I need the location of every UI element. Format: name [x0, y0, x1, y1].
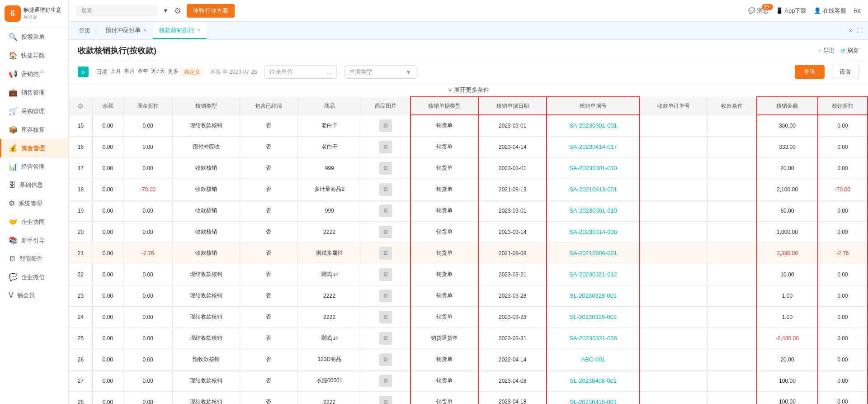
- expand-more-bar[interactable]: ∨ 展开更多条件: [69, 84, 868, 96]
- col-goods: 商品: [298, 97, 361, 115]
- sidebar-item-智能硬件[interactable]: 🖥智能硬件: [0, 250, 68, 268]
- tab-maximize[interactable]: ⛶: [857, 27, 863, 34]
- app-download-btn[interactable]: 📱 App下载: [776, 7, 807, 15]
- cell-doc-no[interactable]: SA-20210808-001: [547, 242, 640, 264]
- cell-balance: 0.00: [92, 242, 123, 264]
- message-btn[interactable]: 💬 消息 99+: [748, 7, 769, 15]
- col-condition: 收款条件: [708, 97, 757, 115]
- date-more[interactable]: 更多: [168, 67, 179, 77]
- col-amount: 核销金额: [757, 97, 817, 115]
- cell-doc-no[interactable]: SL-20230408-001: [547, 370, 640, 391]
- sidebar-item-快捷导航[interactable]: 🏠快捷导航: [0, 46, 68, 65]
- party-dots[interactable]: ...: [327, 69, 332, 76]
- cell-doc-no[interactable]: SL-20230418-001: [547, 391, 640, 404]
- cell-balance: 0.00: [92, 136, 123, 157]
- filter-expand-btn[interactable]: »: [78, 67, 89, 77]
- online-service-btn[interactable]: 👤 在线客服: [814, 7, 846, 15]
- table-row: 22 0.00 0.00 现结收款核销 否 测试jun 🖼 销货单 2023-0…: [69, 264, 868, 285]
- sidebar-item-采购管理[interactable]: 🛒采购管理: [0, 102, 68, 120]
- cell-amount: 60.00: [757, 200, 817, 221]
- sidebar-item-畅会员[interactable]: V畅会员: [0, 286, 68, 304]
- nav-label: 经营管理: [21, 163, 45, 171]
- sidebar-item-企业协同[interactable]: 🤝企业协同: [0, 213, 68, 231]
- sidebar-item-营销推广[interactable]: 📢营销推广: [0, 65, 68, 83]
- cell-doc-no[interactable]: SA-20230331-026: [547, 328, 640, 349]
- tab-prepay[interactable]: 预付冲应付单 ×: [99, 23, 153, 39]
- header-search[interactable]: 搜索: [76, 5, 157, 16]
- cell-doc-no[interactable]: SA-20230301-010: [547, 200, 640, 221]
- cell-doc-no[interactable]: SA-20230321-012: [547, 264, 640, 285]
- sidebar-item-搜索菜单[interactable]: 🔍搜索菜单: [0, 28, 68, 46]
- date-filter-group: 日期 上月 本月 本年 近7天 更多 自定义: [96, 67, 203, 77]
- cell-order-no: [640, 391, 708, 404]
- date-this-month[interactable]: 本月: [124, 67, 135, 77]
- nav-icon: 📢: [9, 70, 18, 78]
- cell-balance: 0.00: [92, 285, 123, 306]
- cell-no: 16: [69, 136, 93, 157]
- date-this-year[interactable]: 本年: [137, 67, 148, 77]
- cell-cash-discount: 0.00: [123, 285, 173, 306]
- date-7days[interactable]: 近7天: [151, 67, 165, 77]
- doc-type-field[interactable]: 单据类型 ▼: [344, 65, 416, 79]
- export-btn[interactable]: ↑ 导出: [819, 47, 835, 55]
- tab-verify[interactable]: 收款核销执行 ×: [153, 23, 207, 39]
- cell-goods-img: 🖼: [361, 179, 410, 200]
- col-gear[interactable]: ⚙: [69, 97, 93, 115]
- sidebar-item-资金管理[interactable]: 💰资金管理: [0, 139, 68, 157]
- cell-verify-type: 现结收款核销: [172, 370, 240, 391]
- cell-amount: 100.00: [757, 391, 817, 404]
- sidebar-item-企业微信[interactable]: 💬企业微信: [0, 268, 68, 286]
- tab-close-window[interactable]: ✕: [848, 27, 853, 34]
- cell-condition: [708, 179, 757, 200]
- cell-included: 否: [240, 136, 298, 157]
- cell-doc-type: 销货单: [410, 242, 478, 264]
- user-area[interactable]: Rit: [854, 7, 861, 14]
- date-last-month[interactable]: 上月: [110, 67, 121, 77]
- settings-icon[interactable]: ⚙: [174, 6, 181, 16]
- sidebar-item-基础信息[interactable]: 🗄基础信息: [0, 176, 68, 194]
- cell-doc-no[interactable]: SL-20230328-002: [547, 306, 640, 328]
- industry-btn[interactable]: 体验行业方案: [187, 4, 235, 18]
- cell-condition: [708, 370, 757, 391]
- table-row: 27 0.00 0.00 现结收款核销 否 衣服00001 🖼 销货单 2023…: [69, 370, 868, 391]
- tab-verify-close[interactable]: ×: [197, 27, 200, 33]
- cell-goods-img: 🖼: [361, 285, 410, 306]
- cell-included: 否: [240, 242, 298, 264]
- cell-order-no: [640, 221, 708, 242]
- cell-doc-no[interactable]: SA-20230301-010: [547, 157, 640, 179]
- cell-included: 否: [240, 285, 298, 306]
- nav-label: 基础信息: [19, 181, 43, 189]
- sidebar-item-新手引导[interactable]: 📚新手引导: [0, 231, 68, 250]
- nav-label: 搜索菜单: [21, 33, 45, 41]
- cell-doc-no[interactable]: ABC-001: [547, 349, 640, 370]
- nav-label: 智能硬件: [19, 255, 43, 263]
- col-doc-date: 核销单据日期: [478, 97, 546, 115]
- cell-order-no: [640, 115, 708, 136]
- settings-btn[interactable]: 设置: [832, 65, 859, 79]
- cell-balance: 0.00: [92, 179, 123, 200]
- cell-doc-no[interactable]: SA-20210813-001: [547, 179, 640, 200]
- tab-divider: [97, 26, 97, 35]
- cell-discount: 0.00: [818, 285, 868, 306]
- refresh-btn[interactable]: ↺ 刷新: [840, 47, 859, 55]
- date-custom[interactable]: 自定义: [181, 67, 203, 77]
- sidebar-item-经营管理[interactable]: 📊经营管理: [0, 157, 68, 176]
- sidebar-item-销售管理[interactable]: 💼销售管理: [0, 83, 68, 102]
- party-field[interactable]: 往来单位 ...: [264, 65, 337, 79]
- cell-cash-discount: -70.00: [123, 179, 173, 200]
- cell-doc-no[interactable]: SL-20230328-001: [547, 285, 640, 306]
- tab-prepay-close[interactable]: ×: [143, 27, 146, 33]
- cell-doc-type: 销货单: [410, 136, 478, 157]
- query-btn[interactable]: 查询: [795, 65, 825, 79]
- sidebar-item-系统管理[interactable]: ⚙系统管理: [0, 194, 68, 213]
- main-content: 搜索 ▼ ⚙ 体验行业方案 💬 消息 99+ 📱 App下载 👤 在线客服 Ri…: [69, 0, 868, 404]
- cell-no: 21: [69, 242, 93, 264]
- cell-doc-no[interactable]: SA-20230414-017: [547, 136, 640, 157]
- header-dropdown[interactable]: ▼: [163, 7, 169, 14]
- cell-doc-no[interactable]: SA-20230314-008: [547, 221, 640, 242]
- tab-home[interactable]: 首页: [74, 23, 95, 38]
- cell-goods: 2222: [298, 285, 361, 306]
- cell-doc-no[interactable]: SA-20230301-001: [547, 115, 640, 136]
- cell-verify-type: 收款核销: [172, 200, 240, 221]
- sidebar-item-库存核算[interactable]: 📦库存核算: [0, 120, 68, 139]
